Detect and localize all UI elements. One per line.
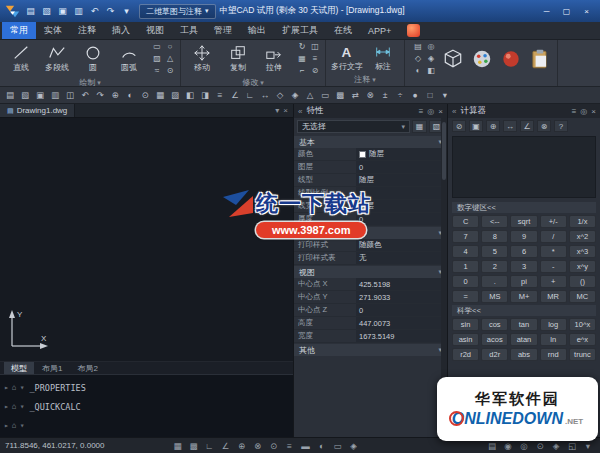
intersection-icon[interactable]: ⊗ [537, 120, 551, 132]
calc-key-2-0[interactable]: 4 [452, 245, 479, 258]
property-value[interactable]: 447.0073 [356, 317, 447, 329]
qnew-icon[interactable]: ▤ [3, 89, 17, 102]
move-tool[interactable]: 移动 [185, 44, 219, 73]
divide-icon[interactable]: ÷ [393, 89, 407, 102]
sci-key-1-0[interactable]: asin [452, 333, 479, 346]
calc-key-1-4[interactable]: x^2 [569, 230, 596, 243]
panel-menu-icon[interactable]: ≡ [419, 107, 424, 116]
sci-key-2-2[interactable]: abs [510, 348, 537, 361]
zoom-window-icon[interactable]: ⊙ [138, 89, 152, 102]
layer-color-icon[interactable]: ◐ [412, 65, 424, 76]
minimize-button[interactable]: ─ [537, 4, 556, 19]
calc-key-1-2[interactable]: 9 [510, 230, 537, 243]
sci-key-2-0[interactable]: r2d [452, 348, 479, 361]
color-control-icon[interactable]: ● [408, 89, 422, 102]
ribbon-tab-4[interactable]: 视图 [138, 22, 172, 39]
calc-key-3-1[interactable]: 2 [481, 260, 508, 273]
sci-key-2-4[interactable]: trunc [569, 348, 596, 361]
property-value[interactable]: 0 [356, 304, 447, 316]
calc-key-3-4[interactable]: x^y [569, 260, 596, 273]
save-icon[interactable]: ▣ [55, 4, 70, 18]
layer-lock-icon[interactable]: ◈ [425, 53, 437, 64]
offset-icon[interactable]: ≡ [309, 53, 321, 64]
ribbon-tab-10[interactable]: APP+ [360, 22, 399, 39]
sci-key-1-1[interactable]: acos [481, 333, 508, 346]
maximize-button[interactable]: ▢ [557, 4, 576, 19]
print-icon[interactable]: ▥ [48, 89, 62, 102]
mtext-tool[interactable]: A多行文字 [330, 43, 364, 72]
sci-key-2-3[interactable]: rnd [540, 348, 567, 361]
array-icon[interactable]: ▦ [296, 53, 308, 64]
rectangle2-icon[interactable]: ▭ [318, 89, 332, 102]
sci-key-0-4[interactable]: 10^x [569, 318, 596, 331]
ellipse-icon[interactable]: ○ [164, 41, 176, 52]
command-line-row[interactable]: ▸⌂▾ [4, 416, 289, 435]
property-value[interactable]: 1673.5149 [356, 330, 447, 342]
calc-key-1-3[interactable]: / [540, 230, 567, 243]
angle-icon[interactable]: ∠ [228, 89, 242, 102]
sci-key-1-4[interactable]: e^x [569, 333, 596, 346]
sci-key-2-1[interactable]: d2r [481, 348, 508, 361]
property-value[interactable]: 0 [356, 161, 447, 173]
recent-commands-icon[interactable]: ⌂ [12, 421, 17, 430]
calc-key-1-0[interactable]: 7 [452, 230, 479, 243]
calc-key-5-0[interactable]: = [452, 290, 479, 303]
calc-key-5-4[interactable]: MC [569, 290, 596, 303]
layout-tab-2[interactable]: 布局2 [70, 362, 104, 374]
prompt-icon[interactable]: ▸ [4, 421, 9, 430]
zwcad-logo-icon[interactable] [4, 4, 21, 19]
recent-commands-icon[interactable]: ⌂ [12, 402, 17, 411]
quick-properties-toggle[interactable]: ▭ [331, 439, 345, 452]
materials-icon[interactable] [497, 43, 524, 75]
preview-icon[interactable]: ◫ [63, 89, 77, 102]
sci-key-1-3[interactable]: ln [540, 333, 567, 346]
sci-key-0-1[interactable]: cos [481, 318, 508, 331]
line-tool[interactable]: 直线 [4, 44, 38, 73]
zoom-realtime-icon[interactable]: ◐ [123, 89, 137, 102]
undo-small-icon[interactable]: ↶ [78, 89, 92, 102]
layer-properties-icon[interactable]: ▤ [412, 41, 424, 52]
panel-close-icon[interactable]: × [438, 107, 443, 116]
stretch-tool[interactable]: 拉伸 [257, 44, 291, 73]
ortho-icon[interactable]: ∟ [243, 89, 257, 102]
text-style-icon[interactable]: □ [423, 89, 437, 102]
redo-small-icon[interactable]: ↷ [93, 89, 107, 102]
calc-key-4-3[interactable]: + [540, 275, 567, 288]
sci-key-0-0[interactable]: sin [452, 318, 479, 331]
calc-key-5-1[interactable]: MS [481, 290, 508, 303]
dimension-tool[interactable]: 标注 [366, 43, 400, 72]
grid-toggle[interactable]: ▩ [187, 439, 201, 452]
calc-key-0-3[interactable]: +/- [540, 215, 567, 228]
measure-angle-icon[interactable]: ∠ [520, 120, 534, 132]
rectangle-icon[interactable]: ▭ [151, 41, 163, 52]
calc-key-0-0[interactable]: C [452, 215, 479, 228]
close-button[interactable]: × [577, 4, 596, 19]
calc-key-2-4[interactable]: x^3 [569, 245, 596, 258]
trim-icon[interactable]: ⌐ [296, 65, 308, 76]
arc-tool[interactable]: 圆弧 [112, 44, 146, 73]
sci-key-1-2[interactable]: atan [510, 333, 537, 346]
workspace-switcher[interactable]: 二维草图与注释 ▾ [139, 4, 216, 19]
ribbon-tab-9[interactable]: 在线 [326, 22, 360, 39]
calc-key-5-3[interactable]: MR [540, 290, 567, 303]
calc-key-2-1[interactable]: 5 [481, 245, 508, 258]
command-dropdown-icon[interactable]: ▾ [20, 421, 25, 430]
paste-value-icon[interactable]: ▣ [469, 120, 483, 132]
linetype-icon[interactable]: ≡ [213, 89, 227, 102]
polygon-icon[interactable]: △ [164, 53, 176, 64]
ribbon-tab-8[interactable]: 扩展工具 [274, 22, 326, 39]
erase-icon[interactable]: ⊘ [309, 65, 321, 76]
calc-key-4-0[interactable]: 0 [452, 275, 479, 288]
ribbon-tab-6[interactable]: 管理 [206, 22, 240, 39]
calculator-display[interactable] [452, 136, 596, 198]
dyn-toggle[interactable]: ≡ [283, 439, 297, 452]
calc-key-0-1[interactable]: <-- [481, 215, 508, 228]
calc-key-4-2[interactable]: pi [510, 275, 537, 288]
new-file-icon[interactable]: ▤ [23, 4, 38, 18]
trim2-icon[interactable]: ⊗ [363, 89, 377, 102]
open-file-icon[interactable]: ▧ [39, 4, 54, 18]
hatch2-icon[interactable]: ▩ [333, 89, 347, 102]
spline-icon[interactable]: ≈ [151, 65, 163, 76]
osnap-toggle[interactable]: ⊕ [235, 439, 249, 452]
measure-distance-icon[interactable]: ↔ [503, 120, 517, 132]
